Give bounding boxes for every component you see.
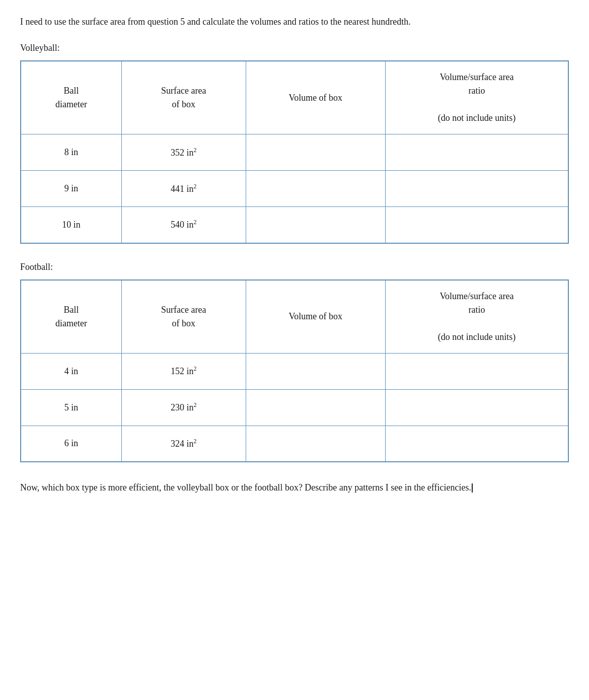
football-table-container: Balldiameter Surface areaof box Volume o… (20, 279, 569, 463)
volleyball-col1-header: Balldiameter (21, 61, 121, 134)
football-section-label: Football: (20, 262, 569, 272)
volleyball-table-container: Balldiameter Surface areaof box Volume o… (20, 60, 569, 244)
football-row-1: 4 in 152 in2 (21, 353, 568, 389)
volleyball-row3-diameter: 10 in (21, 207, 121, 243)
volleyball-row2-ratio (385, 171, 568, 207)
volleyball-row3-ratio (385, 207, 568, 243)
volleyball-row1-surface: 352 in2 (121, 134, 246, 171)
football-row3-surface: 324 in2 (121, 426, 246, 462)
football-row2-diameter: 5 in (21, 389, 121, 426)
football-table: Balldiameter Surface areaof box Volume o… (20, 279, 569, 463)
intro-text: I need to use the surface area from ques… (20, 15, 569, 29)
football-row-2: 5 in 230 in2 (21, 389, 568, 426)
volleyball-col3-header: Volume of box (246, 61, 385, 134)
volleyball-section-label: Volleyball: (20, 43, 569, 53)
text-cursor (472, 483, 473, 493)
football-row1-diameter: 4 in (21, 353, 121, 389)
football-row2-volume (246, 389, 385, 426)
volleyball-row1-diameter: 8 in (21, 134, 121, 171)
football-row1-volume (246, 353, 385, 389)
volleyball-row-1: 8 in 352 in2 (21, 134, 568, 171)
volleyball-col2-header: Surface areaof box (121, 61, 246, 134)
football-row2-surface: 230 in2 (121, 389, 246, 426)
football-col2-header: Surface areaof box (121, 280, 246, 354)
volleyball-row3-volume (246, 207, 385, 243)
football-col3-header: Volume of box (246, 280, 385, 354)
football-row3-diameter: 6 in (21, 426, 121, 462)
volleyball-row1-ratio (385, 134, 568, 171)
football-row-3: 6 in 324 in2 (21, 426, 568, 462)
football-row1-surface: 152 in2 (121, 353, 246, 389)
football-row3-ratio (385, 426, 568, 462)
football-col4-header: Volume/surface arearatio(do not include … (385, 280, 568, 354)
football-row1-ratio (385, 353, 568, 389)
volleyball-row-3: 10 in 540 in2 (21, 207, 568, 243)
volleyball-row2-diameter: 9 in (21, 171, 121, 207)
volleyball-row-2: 9 in 441 in2 (21, 171, 568, 207)
closing-text-content: Now, which box type is more efficient, t… (20, 482, 471, 493)
volleyball-row1-volume (246, 134, 385, 171)
volleyball-row2-volume (246, 171, 385, 207)
volleyball-row3-surface: 540 in2 (121, 207, 246, 243)
football-row3-volume (246, 426, 385, 462)
volleyball-row2-surface: 441 in2 (121, 171, 246, 207)
volleyball-table: Balldiameter Surface areaof box Volume o… (20, 60, 569, 244)
football-row2-ratio (385, 389, 568, 426)
volleyball-col4-header: Volume/surface arearatio(do not include … (385, 61, 568, 134)
football-col1-header: Balldiameter (21, 280, 121, 354)
closing-text: Now, which box type is more efficient, t… (20, 480, 569, 495)
